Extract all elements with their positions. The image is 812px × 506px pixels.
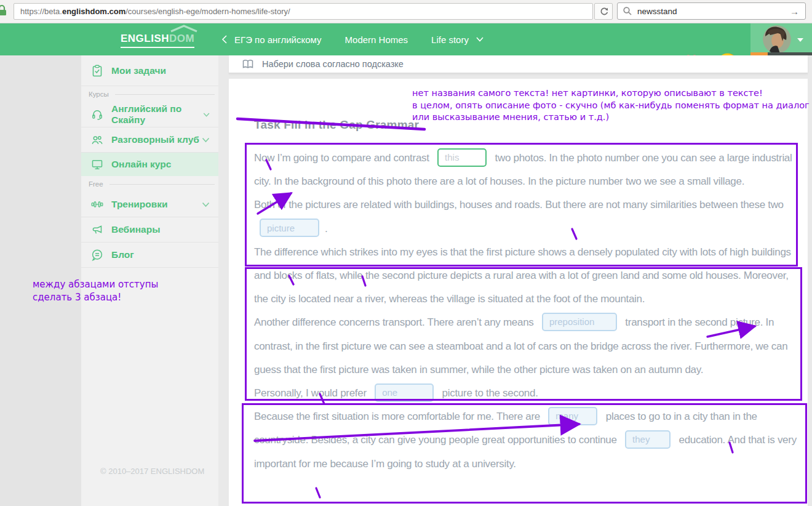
chevron-down-icon <box>203 112 210 118</box>
url-domain: englishdom.com <box>62 7 125 16</box>
url-bar[interactable]: https://beta.englishdom.com/courses/engl… <box>14 3 593 20</box>
logo-dom: DOM <box>169 33 194 44</box>
megaphone-icon <box>91 223 103 236</box>
lesson-content: Task Fill in the Gap Grammar Now I’m goi… <box>229 79 808 506</box>
logo-english: ENGLISH <box>121 33 169 44</box>
gap-input-this[interactable] <box>437 148 487 167</box>
gap-input-preposition[interactable] <box>542 313 617 331</box>
chevron-down-icon <box>202 137 210 143</box>
search-go-icon[interactable]: → <box>789 6 800 17</box>
gap-input-one[interactable] <box>375 384 434 402</box>
paragraph: Now I’m going to compare and contrast tw… <box>254 147 805 193</box>
screen: https://beta.englishdom.com/courses/engl… <box>0 0 812 506</box>
monitor-icon <box>91 158 103 171</box>
sidebar-item-label: Тренировки <box>111 199 168 210</box>
chevron-down-icon <box>797 38 803 42</box>
logo[interactable]: ENGLISHDOM <box>121 33 194 48</box>
sidebar-item-skype-english[interactable]: Английский по Скайпу <box>81 102 218 127</box>
breadcrumb-course[interactable]: Modern Homes <box>345 34 408 45</box>
sidebar-item-label: Разговорный клуб <box>111 134 199 145</box>
chat-bubble-icon <box>91 249 103 261</box>
reload-button[interactable] <box>594 3 613 20</box>
paragraph: Both of the pictures are related with bu… <box>254 193 805 240</box>
url-path: /courses/english-ege/modern-homes/life-s… <box>125 7 290 16</box>
copyright: © 2010–2017 ENGLISHDOM <box>100 467 204 476</box>
sidebar-item-online-course[interactable]: Онлайн курс <box>81 153 218 176</box>
breadcrumb-course-label: Modern Homes <box>345 34 408 45</box>
chevron-left-icon <box>221 35 227 44</box>
sidebar-item-label: Вебинары <box>111 224 160 235</box>
dumbbell-icon <box>91 198 103 211</box>
gap-input-picture[interactable] <box>260 219 319 237</box>
book-icon <box>241 59 255 70</box>
paragraph: The difference which strikes into my eye… <box>254 241 805 311</box>
reload-icon <box>599 7 608 16</box>
sidebar-item-label: Мои задачи <box>111 65 166 76</box>
page-gutter <box>0 55 81 506</box>
clipboard-check-icon <box>91 65 103 77</box>
task-title: Набери слова согласно подсказке <box>262 59 404 69</box>
sidebar-item-label: Онлайн курс <box>111 159 171 170</box>
task-title-bar: Набери слова согласно подсказке <box>229 55 808 73</box>
breadcrumb: ЕГЭ по английскому Modern Homes Life sto… <box>221 23 484 55</box>
search-icon <box>623 6 632 16</box>
exercise-text: Now I’m going to compare and contrast tw… <box>254 147 805 476</box>
breadcrumb-lesson[interactable]: Life story <box>431 34 484 45</box>
avatar[interactable] <box>763 25 791 54</box>
paragraph: Another difference concerns transport. T… <box>254 311 805 382</box>
page-title: Task Fill in the Gap Grammar <box>254 118 419 132</box>
headset-icon <box>91 108 103 121</box>
sidebar-item-my-tasks[interactable]: Мои задачи <box>81 55 218 86</box>
browser-search[interactable]: newsstand → <box>617 2 806 20</box>
sidebar: Мои задачи Курсы Английский по Скайпу Ра… <box>81 55 218 506</box>
sidebar-section-free: Free <box>81 176 218 192</box>
sidebar-section-courses: Курсы <box>81 86 218 102</box>
sidebar-item-label: Блог <box>111 249 134 260</box>
sidebar-item-label: Английский по Скайпу <box>111 103 203 126</box>
sidebar-item-trainings[interactable]: Тренировки <box>81 192 218 217</box>
chevron-down-icon <box>202 202 210 207</box>
user-menu[interactable] <box>750 23 812 55</box>
breadcrumb-back[interactable]: ЕГЭ по английскому <box>221 34 322 45</box>
paragraph: Personally, I would prefer picture to th… <box>254 382 805 405</box>
url-subdomain: beta. <box>44 7 62 16</box>
sidebar-item-speaking-club[interactable]: Разговорный клуб <box>81 127 218 153</box>
users-icon <box>91 134 103 146</box>
logo-roof-icon <box>170 25 198 33</box>
search-query: newsstand <box>637 7 789 16</box>
gap-input-they[interactable] <box>625 430 671 449</box>
breadcrumb-lesson-label: Life story <box>431 34 469 45</box>
site-header: ENGLISHDOM ЕГЭ по английскому Modern Hom… <box>0 23 812 55</box>
paragraph: Because the first situation is more comf… <box>254 405 805 476</box>
browser-toolbar: https://beta.englishdom.com/courses/engl… <box>0 0 812 23</box>
sidebar-item-blog[interactable]: Блог <box>81 243 218 268</box>
gap-input-many[interactable] <box>548 407 597 425</box>
sidebar-item-webinars[interactable]: Вебинары <box>81 217 218 243</box>
breadcrumb-back-label: ЕГЭ по английскому <box>234 34 322 45</box>
chevron-down-icon <box>476 37 484 42</box>
url-scheme: https:// <box>20 7 44 16</box>
padlock-icon <box>0 4 7 17</box>
